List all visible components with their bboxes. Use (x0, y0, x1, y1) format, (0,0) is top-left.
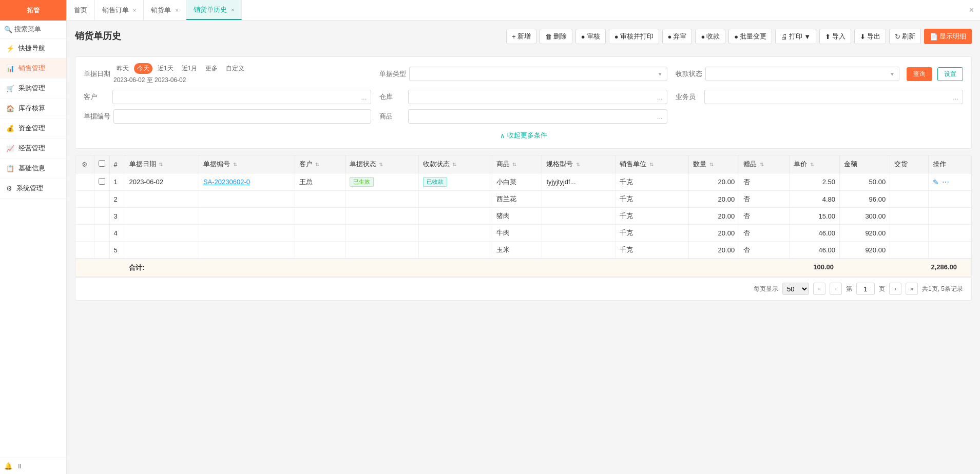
delete-label: 删除 (553, 32, 567, 41)
warehouse-input[interactable] (413, 93, 657, 101)
th-payment-status[interactable]: 收款状态 ⇅ (418, 155, 492, 173)
warehouse-dots[interactable]: ... (657, 93, 663, 101)
tab-sales-delivery[interactable]: 销货单 × (144, 0, 186, 20)
more-action-icon[interactable]: ⋯ (942, 178, 949, 186)
sidebar-item-purchase-mgmt[interactable]: 🛒 采购管理 (0, 78, 66, 98)
td-price: 2.50 (790, 173, 840, 191)
sidebar-search[interactable]: 🔍 搜索菜单 (0, 21, 66, 38)
import-button[interactable]: ⬆ 导入 (819, 29, 851, 44)
pause-icon[interactable]: ⏸ (16, 462, 23, 470)
date-tag-today[interactable]: 今天 (134, 63, 152, 74)
td-date (125, 242, 199, 259)
delete-button[interactable]: 🗑 删除 (540, 29, 572, 44)
page-number-input[interactable] (856, 283, 875, 295)
sidebar-item-quick-nav[interactable]: ⚡ 快捷导航 (0, 38, 66, 58)
audit-print-button[interactable]: ● 审核并打印 (609, 29, 659, 44)
collapse-button[interactable]: ∧ 收起更多条件 (84, 129, 963, 142)
td-product: 小白菜 (492, 173, 542, 191)
td-payment-status (418, 208, 492, 225)
td-doc-num (199, 225, 295, 242)
date-tag-yesterday[interactable]: 昨天 (113, 63, 132, 74)
export-button[interactable]: ⬇ 导出 (854, 29, 886, 44)
th-unit[interactable]: 销售单位 ⇅ (616, 155, 689, 173)
date-range-display[interactable]: 2023-06-02 至 2023-06-02 (113, 76, 247, 85)
doc-num-link[interactable]: SA-20230602-0 (203, 178, 250, 186)
total-qty: 100.00 (813, 263, 834, 271)
th-doc-num[interactable]: 单据编号 ⇅ (199, 155, 295, 173)
sidebar-item-sales-mgmt[interactable]: 📊 销售管理 (0, 58, 66, 78)
settings-gear-icon[interactable]: ⚙ (82, 161, 88, 168)
sidebar-item-basic-info[interactable]: 📋 基础信息 (0, 159, 66, 179)
tab-sales-order-close[interactable]: × (133, 7, 136, 13)
batch-change-button[interactable]: ● 批量变更 (728, 29, 772, 44)
select-all-checkbox[interactable] (99, 160, 105, 167)
product-dots[interactable]: ... (657, 113, 663, 121)
customer-input[interactable] (117, 93, 361, 101)
audit-button[interactable]: ● 审核 (575, 29, 606, 44)
payment-status-select[interactable]: ▼ (705, 67, 899, 81)
import-icon: ⬆ (825, 33, 831, 41)
sidebar-item-sys-mgmt[interactable]: ⚙ 系统管理 (0, 179, 66, 199)
td-amount: 300.00 (839, 208, 890, 225)
th-spec[interactable]: 规格型号 ⇅ (542, 155, 616, 173)
td-date (125, 208, 199, 225)
th-doc-status[interactable]: 单据状态 ⇅ (345, 155, 418, 173)
tab-sales-order[interactable]: 销售订单 × (95, 0, 144, 20)
doc-status-sort-icon: ⇅ (379, 162, 383, 167)
collect-button[interactable]: ● 收款 (695, 29, 725, 44)
th-settings[interactable]: ⚙ (75, 155, 94, 173)
abandon-label: 弃审 (673, 32, 686, 41)
td-price: 15.00 (790, 208, 840, 225)
total-row: 合计: 100.00 2,286.00 (75, 259, 971, 276)
first-page-button[interactable]: « (813, 283, 825, 295)
salesperson-input[interactable] (709, 93, 953, 101)
tab-close-all[interactable]: × (963, 6, 980, 15)
product-filter-label: 商品 (379, 112, 405, 121)
product-input[interactable] (413, 113, 657, 120)
refresh-button[interactable]: ↻ 刷新 (889, 29, 921, 44)
sidebar-item-finance[interactable]: 💰 资金管理 (0, 118, 66, 139)
date-tag-more[interactable]: 更多 (202, 63, 221, 74)
doc-num-input[interactable] (118, 113, 367, 120)
show-detail-button[interactable]: 📄 显示明细 (924, 29, 972, 44)
sidebar-item-inventory[interactable]: 🏠 库存核算 (0, 98, 66, 118)
next-page-button[interactable]: › (889, 283, 901, 295)
tab-home[interactable]: 首页 (67, 0, 95, 20)
date-tag-last7[interactable]: 近1天 (155, 63, 177, 74)
sidebar-item-label: 快捷导航 (18, 44, 45, 53)
payment-status-sort-icon: ⇅ (452, 162, 456, 167)
th-gift[interactable]: 赠品 ⇅ (739, 155, 790, 173)
customer-dots[interactable]: ... (361, 93, 367, 101)
tab-sales-history[interactable]: 销货单历史 × (186, 0, 242, 20)
th-customer[interactable]: 客户 ⇅ (295, 155, 345, 173)
settings-button[interactable]: 设置 (937, 67, 963, 81)
query-button[interactable]: 查询 (907, 67, 932, 81)
doc-num-label: 单据编号 (84, 112, 110, 121)
abandon-button[interactable]: ● 弃审 (662, 29, 693, 44)
prev-page-button[interactable]: ‹ (830, 283, 842, 295)
salesperson-dots[interactable]: ... (953, 93, 958, 101)
app-logo: 拓管 (0, 0, 66, 21)
filter-salesperson: 业务员 ... (676, 90, 963, 104)
qty-sort-icon: ⇅ (709, 162, 714, 167)
edit-action-icon[interactable]: ✎ (933, 178, 939, 186)
th-product[interactable]: 商品 ⇅ (492, 155, 542, 173)
tab-sales-delivery-close[interactable]: × (175, 7, 178, 13)
new-button[interactable]: + 新增 (506, 29, 536, 44)
batch-change-icon: ● (734, 33, 738, 41)
th-qty[interactable]: 数量 ⇅ (689, 155, 739, 173)
row-checkbox[interactable] (99, 178, 105, 185)
date-tag-custom[interactable]: 自定义 (223, 63, 247, 74)
sidebar-item-operations[interactable]: 📈 经营管理 (0, 139, 66, 159)
per-page-select[interactable]: 50 20 100 (782, 283, 809, 295)
last-page-button[interactable]: » (906, 283, 918, 295)
date-tag-last1month[interactable]: 近1月 (179, 63, 201, 74)
doc-type-select[interactable]: ▼ (409, 67, 667, 81)
notification-icon[interactable]: 🔔 (4, 462, 12, 470)
th-price[interactable]: 单价 ⇅ (790, 155, 840, 173)
main-area: 首页 销售订单 × 销货单 × 销货单历史 × × 销货单历史 + 新增 (67, 0, 980, 474)
th-date[interactable]: 单据日期 ⇅ (125, 155, 199, 173)
tab-sales-history-close[interactable]: × (231, 7, 234, 13)
print-button[interactable]: 🖨 打印 ▼ (775, 29, 816, 44)
td-date (125, 225, 199, 242)
